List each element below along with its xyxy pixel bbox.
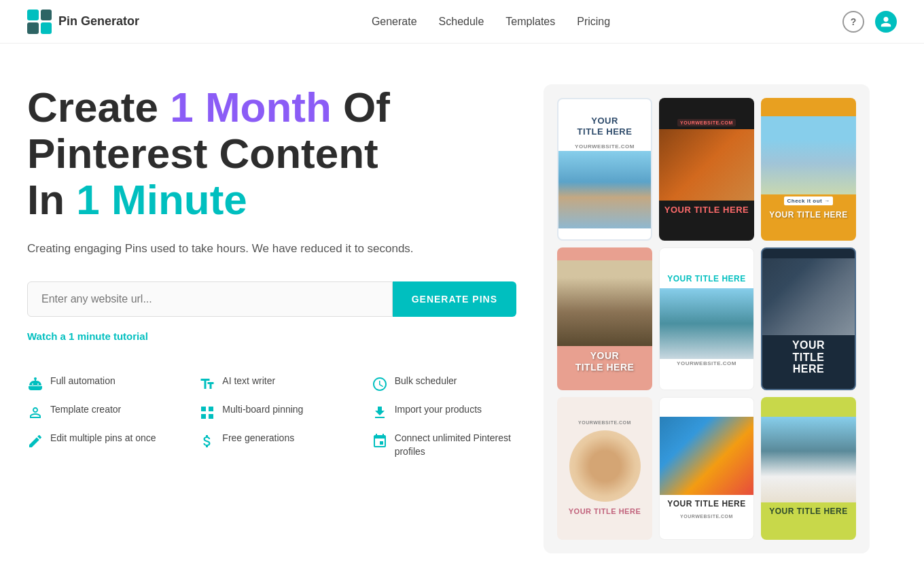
- pin-2-url: YOURWEBSITE.COM: [677, 119, 736, 126]
- pin-4-image: [557, 260, 652, 346]
- feature-automation: Full automation: [27, 375, 172, 392]
- nav-schedule[interactable]: Schedule: [439, 16, 484, 28]
- pin-gallery: YOURTITLE HERE YOURWEBSITE.COM YOURWEBSI…: [544, 84, 870, 553]
- help-button[interactable]: ?: [842, 11, 864, 33]
- feature-connect: Connect unlimited Pinterest profiles: [372, 432, 516, 458]
- pin-6-image: [762, 258, 855, 335]
- pin-8-title: YOUR TITLE HERE: [663, 495, 750, 513]
- pin-6-title: YOURTITLEHERE: [788, 335, 829, 379]
- user-icon: [880, 16, 892, 28]
- pin-3-title: YOUR TITLE HERE: [766, 207, 851, 222]
- template-icon: [27, 405, 43, 421]
- import-icon: [372, 405, 388, 421]
- pin-7-image: [569, 430, 641, 502]
- pin-1-title: YOURTITLE HERE: [572, 110, 638, 142]
- pin-3-image: [761, 116, 856, 195]
- gallery-grid: YOURTITLE HERE YOURWEBSITE.COM YOURWEBSI…: [557, 98, 856, 540]
- nav-icons: ?: [842, 11, 897, 33]
- connect-icon: [372, 433, 388, 449]
- pin-9-image: [761, 417, 856, 502]
- pin-9-title: YOUR TITLE HERE: [765, 502, 852, 520]
- pin-7-title: YOUR TITLE HERE: [566, 504, 644, 519]
- hero-subtitle: Creating engaging Pins used to take hour…: [27, 240, 516, 258]
- feature-import-text: Import your products: [395, 403, 482, 417]
- feature-edit-text: Edit multiple pins at once: [50, 432, 156, 445]
- hero-title-in: In: [27, 176, 76, 223]
- hero-accent-month: 1 Month: [170, 84, 332, 131]
- gallery-container: YOURTITLE HERE YOURWEBSITE.COM YOURWEBSI…: [544, 84, 870, 553]
- integrations-section: Integrates with... P Pinterest Etsy Shop…: [0, 581, 924, 584]
- logo-text: Pin Generator: [58, 14, 139, 29]
- generate-pins-button[interactable]: GENERATE PINS: [393, 281, 516, 317]
- pin-1-image: [558, 151, 651, 228]
- pin-card-4: YOURTITLE HERE: [557, 247, 652, 390]
- hero-accent-minute: 1 Minute: [76, 176, 247, 223]
- user-account-button[interactable]: [875, 11, 897, 33]
- nav-templates[interactable]: Templates: [505, 16, 555, 28]
- nav-links: Generate Schedule Templates Pricing: [372, 16, 610, 28]
- pin-card-1: YOURTITLE HERE YOURWEBSITE.COM: [557, 98, 652, 241]
- pin-card-2: YOURWEBSITE.COM YOUR TITLE HERE: [659, 98, 754, 241]
- hero-title-pinterest-content: Pinterest Content: [27, 130, 378, 177]
- feature-import: Import your products: [372, 403, 516, 421]
- hero-left: Create 1 Month Of Pinterest Content In 1…: [27, 84, 516, 458]
- nav-pricing[interactable]: Pricing: [577, 16, 610, 28]
- pin-8-image: [660, 417, 753, 494]
- tutorial-link[interactable]: Watch a 1 minute tutorial: [27, 330, 148, 342]
- text-icon: [199, 376, 215, 392]
- pin-card-8: YOUR TITLE HERE YOURWEBSITE.COM: [659, 397, 754, 540]
- pin-5-image: [660, 288, 753, 359]
- hero-input-row: GENERATE PINS: [27, 281, 516, 317]
- pin-5-title: YOUR TITLE HERE: [662, 270, 751, 288]
- feature-multiboard: Multi-board pinning: [199, 403, 344, 421]
- pin-2-title: YOUR TITLE HERE: [660, 201, 753, 220]
- pin-5-url: YOURWEBSITE.COM: [675, 359, 738, 368]
- hero-section: Create 1 Month Of Pinterest Content In 1…: [0, 44, 924, 581]
- feature-free: Free generations: [199, 432, 344, 458]
- pin-card-7: YOURWEBSITE.COM YOUR TITLE HERE: [557, 397, 652, 540]
- website-url-input[interactable]: [27, 281, 393, 317]
- robot-icon: [27, 376, 43, 392]
- logo[interactable]: Pin Generator: [27, 10, 139, 34]
- nav-generate[interactable]: Generate: [372, 16, 417, 28]
- pencil-icon: [27, 433, 43, 449]
- pin-card-9: YOUR TITLE HERE: [761, 397, 856, 540]
- hero-title-create: Create: [27, 84, 170, 131]
- hero-title: Create 1 Month Of Pinterest Content In 1…: [27, 84, 516, 224]
- grid-icon: [199, 405, 215, 421]
- pin-4-title: YOURTITLE HERE: [571, 346, 639, 377]
- feature-edit: Edit multiple pins at once: [27, 432, 172, 458]
- pin-2-image: [659, 129, 754, 201]
- pin-8-url: YOURWEBSITE.COM: [679, 513, 734, 520]
- feature-automation-text: Full automation: [50, 375, 116, 388]
- feature-connect-text: Connect unlimited Pinterest profiles: [395, 432, 516, 458]
- dollar-icon: [199, 433, 215, 449]
- features-grid: Full automation AI text writer Bulk sche…: [27, 375, 516, 458]
- feature-free-text: Free generations: [222, 432, 294, 445]
- feature-bulk-text: Bulk scheduler: [395, 375, 457, 388]
- feature-bulk: Bulk scheduler: [372, 375, 516, 392]
- clock-icon: [372, 376, 388, 392]
- pin-1-url: YOURWEBSITE.COM: [573, 142, 636, 151]
- logo-icon: [27, 10, 52, 34]
- pin-7-url: YOURWEBSITE.COM: [575, 417, 634, 428]
- pin-card-6: YOURTITLEHERE: [761, 247, 856, 390]
- feature-ai-text-label: AI text writer: [222, 375, 275, 388]
- feature-ai-text: AI text writer: [199, 375, 344, 392]
- feature-multiboard-text: Multi-board pinning: [222, 403, 303, 417]
- navbar: Pin Generator Generate Schedule Template…: [0, 0, 924, 44]
- hero-title-of: Of: [332, 84, 390, 131]
- pin-card-3: Check it out → YOUR TITLE HERE: [761, 98, 856, 241]
- feature-template: Template creator: [27, 403, 172, 421]
- feature-template-text: Template creator: [50, 403, 121, 417]
- pin-3-check: Check it out →: [784, 196, 832, 205]
- pin-card-5: YOUR TITLE HERE YOURWEBSITE.COM: [659, 247, 754, 390]
